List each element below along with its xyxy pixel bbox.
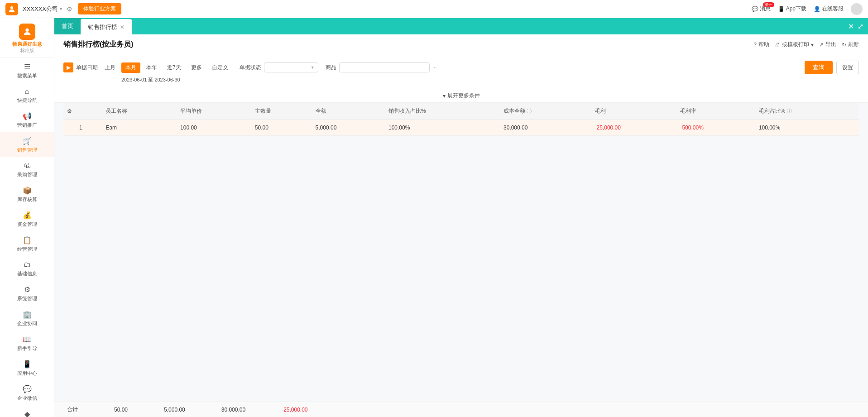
trial-btn[interactable]: 体验行业方案 bbox=[78, 3, 121, 14]
filter-toggle-btn[interactable]: ▶ bbox=[63, 62, 73, 72]
td-gross-pct: 100.00% bbox=[755, 120, 859, 136]
sidebar-item-basic-info[interactable]: 🗂 基础信息 bbox=[0, 256, 54, 281]
th-name: 员工名称 bbox=[102, 103, 177, 120]
online-service-btn[interactable]: 👤 在线客服 bbox=[814, 5, 844, 13]
purchase-mgmt-icon: 🛍 bbox=[24, 162, 31, 170]
app-logo-icon bbox=[5, 3, 18, 15]
print-chevron-icon: ▾ bbox=[811, 42, 814, 48]
svg-point-1 bbox=[25, 29, 29, 32]
page-title: 销售排行榜(按业务员) bbox=[63, 40, 134, 55]
messages-btn[interactable]: 💬 消息 99+ bbox=[752, 5, 771, 13]
app-icon: 📱 bbox=[778, 6, 785, 12]
date-range-text: 2023-06-01 至 2023-06-30 bbox=[121, 77, 180, 82]
print-icon: 🖨 bbox=[775, 42, 780, 48]
sidebar-item-fund-mgmt[interactable]: 💰 资金管理 bbox=[0, 206, 54, 231]
date-btn-last-month[interactable]: 上月 bbox=[101, 62, 120, 73]
query-btn[interactable]: 查询 bbox=[805, 61, 833, 74]
date-btn-last7days[interactable]: 近7天 bbox=[163, 62, 185, 73]
date-btn-custom[interactable]: 自定义 bbox=[208, 62, 232, 73]
footer-gross: -25,000.00 bbox=[282, 407, 307, 413]
user-avatar[interactable] bbox=[851, 3, 863, 15]
sidebar-item-purchase-mgmt[interactable]: 🛍 采购管理 bbox=[0, 157, 54, 182]
sidebar-item-label: 企业协同 bbox=[17, 320, 37, 327]
sidebar: 畅康通好生意 标准版 ☰ 搜索菜单 ⌂ 快捷导航 📢 营销推广 🛒 销售管理 🛍… bbox=[0, 18, 54, 417]
settings-btn[interactable]: 设置 bbox=[836, 61, 859, 74]
sidebar-item-label: 应用中心 bbox=[17, 370, 37, 377]
service-label: 在线客服 bbox=[822, 5, 844, 13]
operations-mgmt-icon: 📋 bbox=[23, 236, 32, 244]
sidebar-item-stock-check[interactable]: 📦 库存核算 bbox=[0, 182, 54, 206]
sidebar-item-label: 销售管理 bbox=[17, 147, 37, 153]
th-sales-pct: 销售收入占比% bbox=[385, 103, 500, 120]
tab-close-icon[interactable]: ✕ bbox=[120, 24, 125, 30]
search-order-icon: ☰ bbox=[24, 62, 30, 71]
expand-tab-icon[interactable]: ⤢ bbox=[858, 22, 863, 31]
template-print-label: 按模板打印 bbox=[782, 41, 809, 48]
status-filter-item: 单据状态 bbox=[240, 62, 318, 72]
td-cost: 30,000.00 bbox=[500, 120, 591, 136]
message-badge: 99+ bbox=[763, 2, 774, 7]
message-icon: 💬 bbox=[752, 6, 758, 12]
top-bar-right: 💬 消息 99+ 📱 App下载 👤 在线客服 bbox=[752, 3, 863, 15]
export-btn[interactable]: ↗ 导出 bbox=[819, 41, 836, 48]
goods-ellipsis-icon[interactable]: ··· bbox=[432, 64, 437, 71]
basic-info-icon: 🗂 bbox=[24, 261, 31, 269]
sidebar-item-label: 资金管理 bbox=[17, 221, 37, 228]
goods-filter-item: 商品 ··· bbox=[326, 62, 437, 72]
template-print-btn[interactable]: 🖨 按模板打印 ▾ bbox=[775, 41, 814, 48]
status-select[interactable] bbox=[264, 62, 318, 72]
td-rank: 1 bbox=[76, 120, 102, 136]
goods-filter-label: 商品 bbox=[326, 64, 336, 72]
tab-home[interactable]: 首页 bbox=[54, 18, 81, 34]
filter-row: ▶ 单据日期 上月 本月 本年 近7天 更多 自定义 单据状态 bbox=[63, 61, 859, 74]
td-gross: -25,000.00 bbox=[591, 120, 677, 136]
th-settings[interactable]: ⚙ bbox=[63, 103, 76, 120]
tab-sales-rank[interactable]: 销售排行榜 ✕ bbox=[81, 19, 132, 35]
company-settings-icon[interactable]: ⚙ bbox=[67, 5, 72, 13]
sidebar-item-label: 系统管理 bbox=[17, 295, 37, 302]
expand-more-btn[interactable]: ▾ 展开更多条件 bbox=[443, 92, 480, 100]
sidebar-item-label: 基础信息 bbox=[17, 270, 37, 277]
sidebar-logo-icon bbox=[19, 24, 35, 40]
fund-mgmt-icon: 💰 bbox=[23, 211, 32, 220]
date-btns: 上月 本月 本年 近7天 更多 自定义 bbox=[101, 62, 232, 73]
sidebar-item-quick-nav[interactable]: ⌂ 快捷导航 bbox=[0, 83, 54, 107]
gross-pct-help-icon[interactable]: ⓘ bbox=[787, 108, 792, 114]
sidebar-item-label: 库存核算 bbox=[17, 196, 37, 203]
stock-check-icon: 📦 bbox=[23, 186, 32, 195]
sidebar-item-app-center[interactable]: 📱 应用中心 bbox=[0, 355, 54, 380]
help-btn[interactable]: ? 帮助 bbox=[753, 41, 769, 48]
th-amount: 全额 bbox=[312, 103, 385, 120]
footer-label: 合计 bbox=[67, 406, 78, 413]
sidebar-item-system-mgmt[interactable]: ⚙ 系统管理 bbox=[0, 281, 54, 306]
close-all-tabs-icon[interactable]: ✕ bbox=[848, 22, 854, 31]
status-filter-label: 单据状态 bbox=[240, 64, 261, 72]
company-chevron-icon: ▾ bbox=[60, 6, 62, 11]
footer-amount: 5,000.00 bbox=[164, 407, 185, 413]
goods-input[interactable] bbox=[339, 62, 430, 72]
sidebar-item-vip[interactable]: ◆ 畅会员 bbox=[0, 405, 54, 417]
date-filter-item: ▶ 单据日期 上月 本月 本年 近7天 更多 自定义 bbox=[63, 62, 232, 73]
sidebar-item-enterprise-wechat[interactable]: 💬 企业微信 bbox=[0, 380, 54, 405]
sidebar-item-operations-mgmt[interactable]: 📋 经营管理 bbox=[0, 231, 54, 256]
system-mgmt-icon: ⚙ bbox=[24, 285, 30, 294]
sidebar-item-marketing[interactable]: 📢 营销推广 bbox=[0, 107, 54, 132]
date-btn-more[interactable]: 更多 bbox=[187, 62, 206, 73]
tab-bar-right: ✕ ⤢ bbox=[848, 22, 868, 31]
cost-help-icon[interactable]: ⓘ bbox=[527, 108, 532, 114]
sales-mgmt-icon: 🛒 bbox=[23, 137, 32, 145]
date-btn-this-year[interactable]: 本年 bbox=[142, 62, 161, 73]
sidebar-item-onboarding[interactable]: 📖 新手引导 bbox=[0, 331, 54, 355]
refresh-btn[interactable]: ↻ 刷新 bbox=[842, 41, 859, 48]
td-name: Eam bbox=[102, 120, 177, 136]
sidebar-item-enterprise-collab[interactable]: 🏢 企业协同 bbox=[0, 306, 54, 331]
service-icon: 👤 bbox=[814, 6, 820, 12]
th-cost: 成本全额 ⓘ bbox=[500, 103, 591, 120]
help-label: 帮助 bbox=[758, 41, 769, 48]
sidebar-item-sales-mgmt[interactable]: 🛒 销售管理 bbox=[0, 132, 54, 157]
sidebar-item-label: 企业微信 bbox=[17, 395, 37, 402]
app-download-btn[interactable]: 📱 App下载 bbox=[778, 5, 806, 13]
date-btn-this-month[interactable]: 本月 bbox=[121, 62, 140, 73]
sidebar-item-search-order[interactable]: ☰ 搜索菜单 bbox=[0, 58, 54, 83]
company-selector[interactable]: XXXXXX公司 ▾ bbox=[23, 5, 62, 13]
